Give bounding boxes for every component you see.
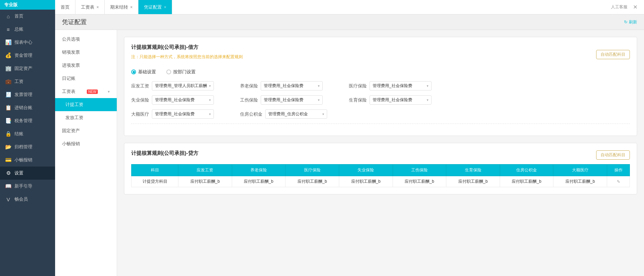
tab-salary[interactable]: 工资表 ×	[75, 0, 105, 14]
user-info: 人工客服	[611, 4, 627, 10]
cell-large-medical: 应付职工薪酬_b	[553, 176, 607, 187]
sidebar-item-archive[interactable]: 📂 归档管理	[0, 140, 55, 153]
select-applied-salary[interactable]: 管理费用_管理人员职工薪酬 ▾	[152, 81, 214, 91]
radio-basic[interactable]: 基础设置	[131, 69, 156, 75]
section2-title: 计提核算规则(公司承担)-贷方	[131, 150, 198, 157]
xiaochang-icon: 💳	[5, 157, 12, 163]
section1-header: 计提核算规则(公司承担)-借方 注：只能选择一种方式，系统将按照您当前的选择来配…	[131, 44, 630, 65]
col-pension: 养老保险	[232, 164, 285, 176]
select-arrow-icon: ▾	[209, 84, 211, 88]
left-nav-cancel-invoice[interactable]: 销项发票	[55, 46, 117, 59]
left-nav-pay-salary[interactable]: 发放工资	[55, 111, 117, 124]
left-nav: 公共选项 销项发票 进项发票 日记账 工资表 NEW ▾ 计提工资 发放工资	[55, 30, 117, 276]
sidebar-item-invoice[interactable]: 🧾 发票管理	[0, 88, 55, 101]
auto-match-button-credit[interactable]: 自动匹配科目	[596, 150, 630, 160]
select-arrow-icon2: ▾	[318, 84, 320, 88]
tab-voucher-close[interactable]: ×	[164, 5, 166, 10]
sidebar-item-purchase[interactable]: 📋 进销台账	[0, 101, 55, 114]
salary-icon: 💼	[5, 78, 12, 85]
cell-applied-salary: 应付职工薪酬_b	[178, 176, 232, 187]
select-arrow-icon5: ▾	[318, 98, 320, 102]
left-nav-journal[interactable]: 日记账	[55, 72, 117, 85]
home-icon: ⌂	[5, 13, 12, 19]
page-header: 凭证配置 ↻ 刷新	[55, 14, 644, 30]
section2-header: 计提核算规则(公司承担)-贷方 自动匹配科目	[131, 150, 630, 160]
label-maternity: 生育保险	[349, 97, 367, 103]
capital-icon: 💰	[5, 52, 12, 59]
settings-icon: ⚙	[5, 170, 12, 176]
select-arrow-icon7: ▾	[209, 112, 211, 116]
sidebar-item-xiaochang[interactable]: 💳 小畅报销	[0, 153, 55, 167]
tab-salary-close[interactable]: ×	[96, 5, 99, 10]
select-injury[interactable]: 管理费用_社会保险费 ▾	[261, 95, 323, 105]
left-nav-public[interactable]: 公共选项	[55, 33, 117, 46]
select-pension[interactable]: 管理费用_社会保险费 ▾	[261, 81, 323, 91]
col-unemployment: 失业保险	[339, 164, 393, 176]
col-medical: 医疗保险	[285, 164, 339, 176]
sidebar-item-guide[interactable]: 📖 新手引导	[0, 180, 55, 193]
sidebar-item-ledger[interactable]: ≡ 总账	[0, 23, 55, 36]
label-unemployment: 失业保险	[131, 97, 149, 103]
sidebar-item-report[interactable]: 📊 报表中心	[0, 36, 55, 49]
brand-label: 专业版	[0, 0, 55, 10]
sidebar-item-assets[interactable]: 🏢 固定资产	[0, 62, 55, 75]
select-unemployment[interactable]: 管理费用_社会保险费 ▾	[152, 95, 214, 105]
left-nav-fixed-assets[interactable]: 固定资产	[55, 124, 117, 137]
col-applied-salary: 应发工资	[178, 164, 232, 176]
table-header-row: 科目 应发工资 养老保险 医疗保险 失业保险 工伤保险 生育保险 住房公积金 大…	[132, 164, 630, 176]
radio-dept[interactable]: 按部门设置	[166, 69, 196, 75]
select-large-medical[interactable]: 管理费用_社会保险费 ▾	[152, 109, 214, 119]
member-icon: V	[5, 197, 12, 202]
sidebar-item-settings[interactable]: ⚙ 设置	[0, 167, 55, 180]
refresh-button[interactable]: ↻ 刷新	[624, 19, 637, 25]
label-medical: 医疗保险	[349, 83, 367, 89]
cell-action[interactable]: ✎	[607, 176, 630, 187]
sidebar-item-capital[interactable]: 💰 资金管理	[0, 49, 55, 62]
sidebar-item-closing[interactable]: 🔒 结账	[0, 127, 55, 140]
cell-pension: 应付职工薪酬_b	[232, 176, 285, 187]
label-housing: 住房公积金	[240, 111, 262, 117]
tab-period[interactable]: 期末结转 ×	[105, 0, 138, 14]
tab-voucher[interactable]: 凭证配置 ×	[138, 0, 172, 14]
sidebar-item-salary[interactable]: 💼 工资	[0, 75, 55, 88]
field-applied-salary: 应发工资 管理费用_管理人员职工薪酬 ▾	[131, 81, 235, 91]
field-housing: 住房公积金 管理费用_住房公积金 ▾	[240, 109, 343, 119]
radio-basic-circle	[131, 70, 136, 74]
cell-housing: 应付职工薪酬_b	[500, 176, 553, 187]
left-nav-salary-table[interactable]: 工资表 NEW ▾	[55, 85, 117, 98]
sidebar-item-tax[interactable]: 📑 税务管理	[0, 114, 55, 127]
field-medical: 医疗保险 管理费用_社会保险费 ▾	[349, 81, 452, 91]
radio-group: 基础设置 按部门设置	[131, 69, 630, 75]
edit-icon[interactable]: ✎	[617, 179, 620, 184]
auto-match-button-debit[interactable]: 自动匹配科目	[596, 50, 630, 59]
table-row: 计提贷方科目 应付职工薪酬_b 应付职工薪酬_b 应付职工薪酬_b 应付职工薪酬…	[132, 176, 630, 187]
select-housing[interactable]: 管理费用_住房公积金 ▾	[265, 109, 327, 119]
cell-medical: 应付职工薪酬_b	[285, 176, 339, 187]
left-nav-input-invoice[interactable]: 进项发票	[55, 59, 117, 72]
tab-period-close[interactable]: ×	[130, 5, 133, 10]
col-large-medical: 大额医疗	[553, 164, 607, 176]
field-unemployment: 失业保险 管理费用_社会保险费 ▾	[131, 95, 235, 105]
sidebar-item-home[interactable]: ⌂ 首页	[0, 10, 55, 23]
left-nav-calc-salary[interactable]: 计提工资	[55, 98, 117, 111]
main-content: 计提核算规则(公司承担)-借方 注：只能选择一种方式，系统将按照您当前的选择来配…	[117, 30, 644, 276]
new-badge: NEW	[87, 89, 97, 94]
cell-subject: 计提贷方科目	[132, 176, 178, 187]
invoice-icon: 🧾	[5, 92, 12, 98]
tab-home[interactable]: 首页	[55, 0, 75, 14]
select-medical[interactable]: 管理费用_社会保险费 ▾	[370, 81, 432, 91]
cell-injury: 应付职工薪酬_b	[393, 176, 446, 187]
section-debit: 计提核算规则(公司承担)-借方 注：只能选择一种方式，系统将按照您当前的选择来配…	[124, 37, 637, 136]
credit-table: 科目 应发工资 养老保险 医疗保险 失业保险 工伤保险 生育保险 住房公积金 大…	[131, 164, 630, 187]
report-icon: 📊	[5, 39, 12, 45]
sidebar-item-member[interactable]: V 畅会员	[0, 193, 55, 206]
select-arrow-icon4: ▾	[209, 98, 211, 102]
left-nav-xiaochang-expense[interactable]: 小畅报销	[55, 137, 117, 150]
select-maternity[interactable]: 管理费用_社会保险费 ▾	[370, 95, 432, 105]
divider	[131, 124, 630, 124]
window-close-button[interactable]: ✕	[630, 2, 640, 12]
label-applied-salary: 应发工资	[131, 83, 149, 89]
section1-title-block: 计提核算规则(公司承担)-借方 注：只能选择一种方式，系统将按照您当前的选择来配…	[131, 44, 243, 65]
label-injury: 工伤保险	[240, 97, 258, 103]
form-row-3: 大额医疗 管理费用_社会保险费 ▾ 住房公积金 管理费用_住房公积金 ▾	[131, 109, 630, 119]
